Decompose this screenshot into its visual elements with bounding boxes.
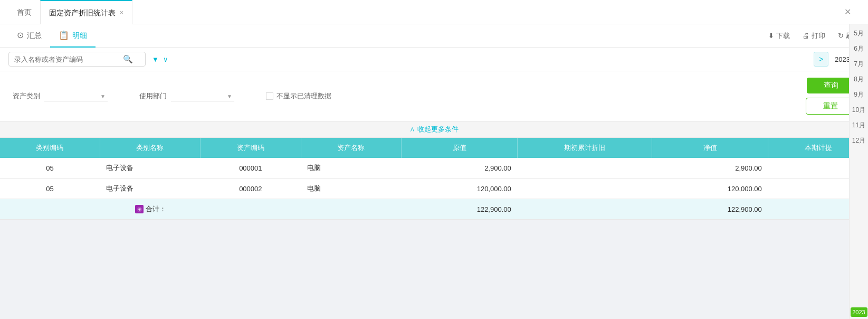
cell-asset-code: 000002 [201,179,301,199]
download-button[interactable]: ⬇ 下载 [768,31,790,41]
active-tab[interactable]: 固定资产折旧统计表 × [40,0,132,24]
right-arrow-icon: > [819,55,823,63]
use-department-label: 使用部门 [139,91,167,101]
refresh-icon: ↻ [838,32,844,40]
use-department-select-wrap [171,91,234,101]
sidebar-month-item[interactable]: 5月 [850,26,868,41]
table-row: 05 电子设备 000002 电脑 120,000.00 120,000.00 [0,179,868,199]
cell-net-value: 120,000.00 [652,179,768,199]
search-icon[interactable]: 🔍 [123,54,133,64]
asset-category-select-wrap [44,91,108,101]
sidebar-month-item[interactable]: 12月 [850,134,868,148]
cell-category-name: 电子设备 [100,158,200,179]
tab-close-icon[interactable]: × [120,1,123,25]
cell-original-value: 2,900.00 [401,158,517,179]
sidebar-month-item[interactable]: 11月 [850,118,868,133]
col-header-category-name: 类别名称 [100,138,200,158]
total-accumulated-depreciation [518,199,652,220]
col-header-asset-name: 资产名称 [301,138,401,158]
tab-summary[interactable]: ⊙ 汇总 [8,24,50,48]
window-close-button[interactable]: ✕ [836,7,860,17]
toolbar-actions: ⬇ 下载 🖨 打印 ↻ 刷新 [768,31,860,41]
cell-accumulated-depreciation [518,158,652,179]
col-header-accumulated-depreciation: 期初累计折旧 [518,138,652,158]
cell-category-code: 05 [0,179,100,199]
sidebar-month-item[interactable]: 8月 [850,72,868,87]
cell-category-code: 05 [0,158,100,179]
table-total-row: ⊞ 合计： 122,900.00 122,900.00 [0,199,868,220]
asset-category-select[interactable] [44,91,108,101]
tab-detail[interactable]: 📋 明细 [50,24,96,48]
total-cell-label: ⊞ 合计： [0,199,301,220]
sidebar-month-item[interactable]: 9月 [850,88,868,102]
col-header-original-value: 原值 [401,138,517,158]
total-cell-empty [301,199,401,220]
use-department-select[interactable] [171,91,234,101]
filter-panel: 资产类别 使用部门 不显示已清理数据 查询 重置 [0,71,868,121]
cell-accumulated-depreciation [518,179,652,199]
total-original-value: 122,900.00 [401,199,517,220]
more-conditions-button[interactable]: ▼ ∨ [152,55,168,63]
tab-detail-label: 明细 [72,24,87,47]
top-nav: 首页 固定资产折旧统计表 × ✕ [0,0,868,24]
asset-category-label: 资产类别 [13,91,40,101]
cell-asset-code: 000001 [201,158,301,179]
cell-category-name: 电子设备 [100,179,200,199]
total-net-value: 122,900.00 [652,199,768,220]
right-sidebar: 5月6月7月8月9月10月11月12月2023 [849,24,868,319]
col-header-net-value: 净值 [652,138,768,158]
col-header-category-code: 类别编码 [0,138,100,158]
total-icon: ⊞ [135,205,144,213]
filter-actions: 查询 重置 [806,78,855,115]
chevron-down-icon: ∨ [163,55,168,63]
collapse-bar[interactable]: ∧ 收起更多条件 [0,121,868,138]
summary-icon: ⊙ [17,24,24,47]
search-bar: 🔍 ▼ ∨ > 2023.01 [0,48,868,71]
download-icon: ⬇ [768,32,774,40]
query-button[interactable]: 查询 [807,78,855,93]
tab-label: 固定资产折旧统计表 [49,1,116,25]
use-department-field: 使用部门 [139,91,245,101]
table-row: 05 电子设备 000001 电脑 2,900.00 2,900.00 [0,158,868,179]
sidebar-month-item[interactable]: 6月 [850,42,868,56]
home-nav-item[interactable]: 首页 [8,0,40,24]
filter-icon: ▼ [152,55,159,63]
search-input-wrap: 🔍 [8,52,146,67]
sidebar-month-item[interactable]: 10月 [850,103,868,117]
total-label-text: 合计： [146,204,166,214]
col-header-asset-code: 资产编码 [201,138,301,158]
print-button[interactable]: 🖨 打印 [803,31,825,41]
detail-icon: 📋 [59,24,69,47]
tab-summary-label: 汇总 [27,24,42,47]
reset-button[interactable]: 重置 [806,98,855,115]
collapse-arrow-button[interactable]: > [814,52,828,67]
no-cleared-data-label: 不显示已清理数据 [276,91,331,101]
print-icon: 🖨 [803,32,809,40]
cell-asset-name: 电脑 [301,158,401,179]
print-label: 打印 [812,31,825,41]
cell-net-value: 2,900.00 [652,158,768,179]
filter-row: 资产类别 使用部门 不显示已清理数据 查询 重置 [13,78,855,115]
cell-original-value: 120,000.00 [401,179,517,199]
table-header-row: 类别编码 类别名称 资产编码 资产名称 原值 期初累计折旧 净值 本期计提 [0,138,868,158]
sub-tabs-bar: ⊙ 汇总 📋 明细 ⬇ 下载 🖨 打印 ↻ 刷新 [0,24,868,48]
no-cleared-data-wrap: 不显示已清理数据 [266,91,331,101]
download-label: 下载 [776,31,790,41]
year-badge: 2023 [851,307,867,317]
data-table-wrap: 类别编码 类别名称 资产编码 资产名称 原值 期初累计折旧 净值 本期计提 05… [0,138,868,220]
no-cleared-data-checkbox[interactable] [266,92,273,100]
data-table: 类别编码 类别名称 资产编码 资产名称 原值 期初累计折旧 净值 本期计提 05… [0,138,868,220]
sidebar-month-item[interactable]: 7月 [850,57,868,71]
cell-asset-name: 电脑 [301,179,401,199]
search-input[interactable] [14,55,120,63]
asset-category-field: 资产类别 [13,91,118,101]
